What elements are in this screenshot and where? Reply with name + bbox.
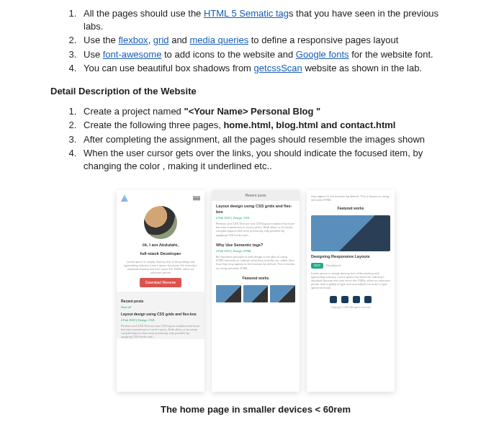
requirement-item: Use font-awesome to add icons to the web… — [79, 48, 461, 61]
featured-image — [216, 285, 241, 302]
detail-list: Create a project named "<Your Name> Pers… — [50, 105, 461, 173]
facebook-icon — [330, 296, 337, 303]
mockup-row: Hi, I am Abdulahi, full-stack Developer … — [50, 190, 461, 392]
recent-posts-bar: Recent posts — [212, 190, 300, 201]
featured-works-title: Featured works — [311, 206, 390, 211]
copyright-text: Copyright ©2022 All rights reserved — [311, 306, 390, 310]
detail-item: After completing the assignment, all the… — [79, 133, 461, 146]
detail-item: Create a project named "<Your Name> Pers… — [79, 105, 461, 118]
card-body: Lorem ipsum is simply dummy text of the … — [311, 271, 390, 290]
linkedin-icon — [364, 296, 372, 303]
intro-role: full-stack Developer — [121, 251, 200, 256]
recent-posts-title: Recent posts — [121, 299, 200, 304]
link-media-queries[interactable]: media queries — [189, 35, 248, 45]
featured-works-title: Featured works — [216, 276, 295, 281]
requirement-item: All the pages should use the HTML 5 Sema… — [79, 7, 461, 33]
requirements-list: All the pages should use the HTML 5 Sema… — [50, 7, 461, 75]
post-meta: 4 Feb 2022 | Design, HTML — [216, 249, 295, 253]
featured-image — [243, 285, 269, 302]
post-title: Layout design using CSS grids and flex-b… — [216, 204, 295, 215]
detail-item: When the user cursor gets over the links… — [79, 147, 461, 173]
twitter-icon — [353, 296, 360, 303]
download-button: Download Resume — [140, 278, 181, 287]
post-body: An important principle in web design is … — [216, 255, 295, 270]
mockup-device-1: Hi, I am Abdulahi, full-stack Developer … — [117, 190, 204, 392]
post-body: Flexbox and CSS Grid are two CSS layout … — [216, 222, 295, 237]
mockup-device-2: Recent posts Layout design using CSS gri… — [212, 190, 300, 392]
instagram-icon — [341, 296, 348, 303]
view-all-link: View all — [121, 305, 200, 310]
post-title: Layout design using CSS grids and flex-b… — [121, 312, 200, 317]
link-font-awesome[interactable]: font-awesome — [103, 49, 162, 60]
hamburger-icon — [193, 197, 200, 200]
tag-year: 2022 — [311, 263, 323, 269]
card-title: Designing Responsive Layouts — [311, 254, 390, 260]
avatar — [144, 206, 177, 239]
link-flexbox[interactable]: flexbox — [118, 35, 148, 45]
detail-item: Create the following three pages, home.h… — [79, 119, 461, 132]
link-getcssscan[interactable]: getcssScan — [254, 63, 302, 73]
section-title: Detail Description of the Website — [50, 85, 461, 98]
mockup-device-3: may appear in the browser by default. Th… — [307, 190, 395, 392]
featured-images — [216, 285, 295, 302]
link-grid[interactable]: grid — [153, 35, 169, 45]
featured-image — [270, 285, 295, 302]
continuation-text: may appear in the browser by default. Th… — [311, 194, 390, 202]
requirement-item: Use the flexbox, grid and media queries … — [79, 34, 461, 47]
logo-icon — [121, 194, 128, 202]
tag-category: Dashboard — [326, 264, 341, 267]
figure-caption: The home page in smaller devices < 60rem — [50, 403, 461, 416]
link-google-fonts[interactable]: Google fonts — [296, 49, 349, 60]
post-meta: 4 Feb 2022 | Design, CSS — [216, 216, 295, 220]
post-meta: 4 Feb 2022 | Design, CSS — [121, 318, 200, 323]
social-icons — [311, 296, 390, 303]
intro-blurb: Lorem ipsum is simply dummy text of the … — [122, 260, 199, 275]
link-html5[interactable]: HTML 5 Sematic tag — [204, 8, 289, 19]
post-body: Flexbox and CSS Grid are two CSS layout … — [121, 324, 200, 339]
post-title: Why Use Semantic tags? — [216, 243, 295, 248]
intro-name: Hi, I am Abdulahi, — [121, 242, 200, 248]
requirement-item: You can use beautiful box shadows from g… — [79, 62, 461, 75]
featured-hero-image — [311, 215, 390, 251]
